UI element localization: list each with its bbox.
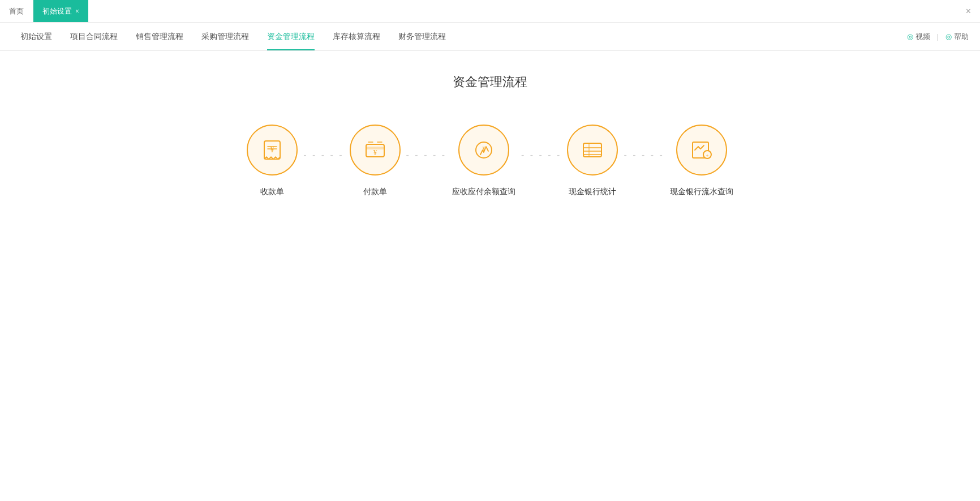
flow-connector-3: - - - - - <box>515 150 567 172</box>
nav-right-actions: ◎ 视频 | ◎ 帮助 <box>907 32 969 42</box>
nav-label-inventory-accounting: 库存核算流程 <box>333 32 380 42</box>
nav-divider: | <box>937 32 939 41</box>
flow-item-payment[interactable]: ¥ 付款单 <box>350 125 401 197</box>
nav-label-sales-management: 销售管理流程 <box>136 32 183 42</box>
flow-dots-1: - - - - - <box>303 150 343 160</box>
flow-dots-2: - - - - - <box>406 150 446 160</box>
nav-label-financial-management: 财务管理流程 <box>398 32 446 42</box>
tab-close-icon[interactable]: × <box>75 7 79 15</box>
nav-label-initial-setup: 初始设置 <box>20 32 52 42</box>
nav-item-financial-management[interactable]: 财务管理流程 <box>389 23 455 50</box>
flow-circle-cashbank <box>567 125 618 175</box>
flow-circle-balance: ¥ <box>458 125 509 175</box>
flow-connector-2: - - - - - <box>401 150 452 172</box>
home-label: 首页 <box>9 6 24 16</box>
flow-item-balance[interactable]: ¥ 应收应付余额查询 <box>452 125 515 197</box>
nav-item-inventory-accounting[interactable]: 库存核算流程 <box>324 23 389 50</box>
flow-circle-cashflow: + <box>676 125 727 175</box>
flow-connector-1: - - - - - <box>298 150 349 172</box>
video-link[interactable]: ◎ 视频 <box>907 32 930 42</box>
flow-circle-receipt: ¥ <box>247 125 298 175</box>
home-tab[interactable]: 首页 <box>0 0 33 22</box>
nav-item-initial-setup[interactable]: 初始设置 <box>11 23 61 50</box>
video-circle-icon: ◎ <box>907 32 913 41</box>
flow-dots-3: - - - - - <box>521 150 561 160</box>
help-circle-icon: ◎ <box>945 32 952 41</box>
flow-label-balance: 应收应付余额查询 <box>452 187 515 197</box>
nav-label-purchase-management: 采购管理流程 <box>201 32 249 42</box>
flow-label-receipt: 收款单 <box>260 187 284 197</box>
cashflow-icon: + <box>689 138 714 162</box>
svg-text:¥: ¥ <box>373 148 377 156</box>
main-content: 资金管理流程 ¥ 收款单 - - - - - <box>0 51 980 220</box>
flow-label-cashflow: 现金银行流水查询 <box>670 187 733 197</box>
flow-label-cashbank: 现金银行统计 <box>569 187 616 197</box>
nav-menu: 初始设置 项目合同流程 销售管理流程 采购管理流程 资金管理流程 库存核算流程 … <box>0 23 980 51</box>
flow-dots-4: - - - - - <box>624 150 664 160</box>
flow-connector-4: - - - - - <box>618 150 669 172</box>
nav-item-project-contract[interactable]: 项目合同流程 <box>61 23 127 50</box>
window-close-button[interactable]: × <box>957 0 980 22</box>
cashbank-icon <box>580 138 605 162</box>
nav-label-project-contract: 项目合同流程 <box>70 32 118 42</box>
receipt-icon: ¥ <box>260 138 285 162</box>
svg-text:¥: ¥ <box>483 145 485 152</box>
flow-container: ¥ 收款单 - - - - - ¥ 付款单 - - <box>247 125 733 197</box>
flow-label-payment: 付款单 <box>363 187 387 197</box>
flow-item-cashflow[interactable]: + 现金银行流水查询 <box>670 125 733 197</box>
svg-text:+: + <box>706 152 708 158</box>
flow-item-cashbank[interactable]: 现金银行统计 <box>567 125 618 197</box>
flow-item-receipt[interactable]: ¥ 收款单 <box>247 125 298 197</box>
help-label: 帮助 <box>954 32 969 42</box>
nav-item-purchase-management[interactable]: 采购管理流程 <box>192 23 258 50</box>
nav-item-fund-management[interactable]: 资金管理流程 <box>258 23 324 50</box>
top-bar: 首页 初始设置 × × <box>0 0 980 23</box>
help-link[interactable]: ◎ 帮助 <box>945 32 969 42</box>
active-tab[interactable]: 初始设置 × <box>33 0 88 22</box>
payment-icon: ¥ <box>363 138 388 162</box>
page-title: 资金管理流程 <box>453 74 527 91</box>
flow-circle-payment: ¥ <box>350 125 401 175</box>
active-tab-label: 初始设置 <box>42 6 72 16</box>
nav-item-sales-management[interactable]: 销售管理流程 <box>127 23 192 50</box>
video-label: 视频 <box>915 32 930 42</box>
nav-label-fund-management: 资金管理流程 <box>267 32 315 42</box>
balance-icon: ¥ <box>471 138 496 162</box>
